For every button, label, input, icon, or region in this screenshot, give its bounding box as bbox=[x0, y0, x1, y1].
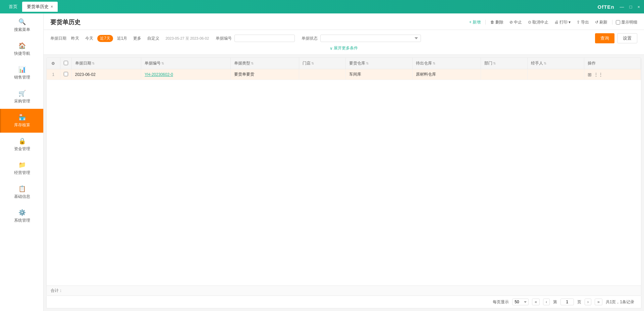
row-number[interactable]: YH-20230602-0 bbox=[141, 69, 231, 80]
sidebar-item-basicinfo[interactable]: 📋 基础信息 bbox=[0, 180, 43, 204]
export-button[interactable]: ⇪ 导出 bbox=[575, 19, 590, 26]
delete-icon: 🗑 bbox=[490, 20, 494, 25]
show-detail-checkbox[interactable]: 显示明细 bbox=[616, 19, 637, 25]
purchase-icon: 🛒 bbox=[18, 90, 26, 97]
last-page-button[interactable]: » bbox=[595, 299, 602, 305]
detail-checkbox-input[interactable] bbox=[616, 20, 620, 25]
cancel-stop-button[interactable]: ⊙ 取消中止 bbox=[527, 19, 550, 26]
date-btn-more[interactable]: 更多 bbox=[131, 35, 143, 42]
row-date: 2023-06-02 bbox=[71, 69, 141, 80]
basicinfo-icon: 📋 bbox=[18, 185, 26, 192]
sidebar-label-basicinfo: 基础信息 bbox=[14, 194, 30, 199]
row-type: 要货单要货 bbox=[230, 69, 299, 80]
table-area: ⚙ 单据日期⇅ 单据编号⇅ 单据类型⇅ 门店⇅ 要货仓库⇅ 待出仓库⇅ 部门⇅ … bbox=[46, 57, 641, 296]
content-area: 要货单历史 + 新增 🗑 删除 ⊘ 中止 ⊙ 取消中止 🖨 打 bbox=[44, 13, 644, 311]
sidebar-item-operations[interactable]: 📁 经营管理 bbox=[0, 157, 43, 180]
sidebar-item-finance[interactable]: 🔒 资金管理 bbox=[0, 133, 43, 157]
date-btn-custom[interactable]: 自定义 bbox=[145, 35, 161, 42]
doc-status-select[interactable] bbox=[320, 35, 421, 42]
select-all-checkbox[interactable] bbox=[64, 61, 68, 65]
sidebar-label-quicknav: 快捷导航 bbox=[14, 51, 30, 56]
sidebar-item-inventory[interactable]: 🏪 库存核算 bbox=[0, 109, 43, 133]
doc-number-input[interactable] bbox=[234, 35, 295, 42]
expand-more-btn[interactable]: ∨ 展开更多条件 bbox=[50, 45, 637, 51]
sort-number-icon[interactable]: ⇅ bbox=[161, 61, 164, 65]
sidebar-label-system: 系统管理 bbox=[14, 218, 30, 223]
prev-page-button[interactable]: ‹ bbox=[543, 299, 550, 305]
date-btn-yesterday[interactable]: 昨天 bbox=[69, 35, 81, 42]
sort-date-icon[interactable]: ⇅ bbox=[92, 61, 95, 65]
sidebar-label-inventory: 库存核算 bbox=[14, 122, 30, 128]
row-view-icon[interactable]: ⊞ bbox=[588, 72, 592, 77]
date-btn-7days[interactable]: 近7天 bbox=[97, 35, 113, 42]
doc-number-filter-item: 单据编号 bbox=[216, 35, 295, 42]
sort-req-wh-icon[interactable]: ⇅ bbox=[366, 61, 369, 65]
row-actions: ⊞ ⋮⋮ bbox=[584, 69, 641, 80]
row-store bbox=[299, 69, 346, 80]
row-more-icon[interactable]: ⋮⋮ bbox=[594, 72, 603, 77]
date-range-display: 2023-05-27 至 2023-06-02 bbox=[165, 36, 209, 41]
tab-active[interactable]: 要货单历史 × bbox=[22, 2, 58, 12]
th-handler: 经手人⇅ bbox=[528, 58, 584, 69]
doc-status-label: 单据状态 bbox=[302, 36, 318, 41]
sidebar: 🔍 搜索菜单 🏠 快捷导航 📊 销售管理 🛒 采购管理 🏪 库存核算 🔒 资金管… bbox=[0, 13, 44, 311]
date-filter-item: 单据日期 昨天 今天 近7天 近1月 更多 自定义 2023-05-27 至 2… bbox=[50, 35, 209, 42]
stop-button[interactable]: ⊘ 中止 bbox=[508, 19, 523, 26]
sales-icon: 📊 bbox=[18, 66, 26, 73]
date-btn-1month[interactable]: 近1月 bbox=[115, 35, 129, 42]
print-button[interactable]: 🖨 打印 ▾ bbox=[553, 19, 572, 26]
row-checkbox[interactable] bbox=[64, 72, 68, 76]
query-button[interactable]: 查询 bbox=[595, 33, 614, 43]
search-icon: 🔍 bbox=[18, 18, 26, 26]
sort-pending-wh-icon[interactable]: ⇅ bbox=[433, 61, 435, 65]
first-page-button[interactable]: « bbox=[532, 299, 540, 305]
top-bar: 首页 要货单历史 × OfTEn — □ × bbox=[0, 0, 644, 13]
brand-logo: OfTEn bbox=[598, 4, 614, 10]
sidebar-item-search[interactable]: 🔍 搜索菜单 bbox=[0, 13, 43, 37]
next-page-button[interactable]: › bbox=[585, 299, 591, 305]
page-number-input[interactable] bbox=[560, 299, 574, 305]
th-number: 单据编号⇅ bbox=[141, 58, 231, 69]
table-checkbox-th[interactable] bbox=[60, 58, 71, 69]
new-button[interactable]: + 新增 bbox=[468, 19, 482, 26]
sort-type-icon[interactable]: ⇅ bbox=[251, 61, 254, 65]
th-date: 单据日期⇅ bbox=[71, 58, 141, 69]
window-close[interactable]: × bbox=[637, 4, 640, 9]
sort-dept-icon[interactable]: ⇅ bbox=[493, 61, 496, 65]
sort-store-icon[interactable]: ⇅ bbox=[311, 61, 314, 65]
settings-button[interactable]: 设置 bbox=[617, 33, 637, 43]
window-minimize[interactable]: — bbox=[620, 4, 624, 9]
divider-1 bbox=[485, 20, 486, 25]
delete-button[interactable]: 🗑 删除 bbox=[489, 19, 505, 26]
th-department: 部门⇅ bbox=[481, 58, 528, 69]
th-req-warehouse: 要货仓库⇅ bbox=[345, 58, 412, 69]
sidebar-label-finance: 资金管理 bbox=[14, 146, 30, 152]
top-bar-right: OfTEn — □ × bbox=[598, 4, 640, 10]
expand-down-icon: ∨ bbox=[330, 46, 333, 51]
summary-label: 合计： bbox=[51, 288, 63, 293]
sidebar-item-quicknav[interactable]: 🏠 快捷导航 bbox=[0, 37, 43, 61]
date-filters: 昨天 今天 近7天 近1月 更多 自定义 bbox=[69, 35, 161, 42]
table-settings-th[interactable]: ⚙ bbox=[47, 58, 60, 69]
cancel-stop-icon: ⊙ bbox=[528, 20, 531, 25]
stop-icon: ⊘ bbox=[509, 20, 513, 25]
sidebar-item-sales[interactable]: 📊 销售管理 bbox=[0, 61, 43, 85]
sidebar-item-purchase[interactable]: 🛒 采购管理 bbox=[0, 85, 43, 109]
active-tab-label: 要货单历史 bbox=[27, 4, 49, 10]
filter-area: 单据日期 昨天 今天 近7天 近1月 更多 自定义 2023-05-27 至 2… bbox=[44, 30, 644, 55]
print-icon: 🖨 bbox=[554, 20, 558, 25]
tab-close-icon[interactable]: × bbox=[51, 4, 53, 9]
tab-home[interactable]: 首页 bbox=[4, 2, 22, 12]
th-store: 门店⇅ bbox=[299, 58, 346, 69]
row-checkbox-cell[interactable] bbox=[60, 69, 71, 80]
page-suffix: 页 bbox=[577, 299, 581, 305]
per-page-select[interactable]: 50 10 20 100 bbox=[512, 299, 529, 305]
sidebar-item-system[interactable]: ⚙️ 系统管理 bbox=[0, 204, 43, 228]
sort-handler-icon[interactable]: ⇅ bbox=[544, 61, 546, 65]
refresh-button[interactable]: ↺ 刷新 bbox=[594, 19, 609, 26]
date-btn-today[interactable]: 今天 bbox=[83, 35, 95, 42]
window-maximize[interactable]: □ bbox=[630, 4, 632, 9]
row-department bbox=[481, 69, 528, 80]
table-header-row: ⚙ 单据日期⇅ 单据编号⇅ 单据类型⇅ 门店⇅ 要货仓库⇅ 待出仓库⇅ 部门⇅ … bbox=[47, 58, 641, 69]
doc-number-label: 单据编号 bbox=[216, 36, 232, 41]
